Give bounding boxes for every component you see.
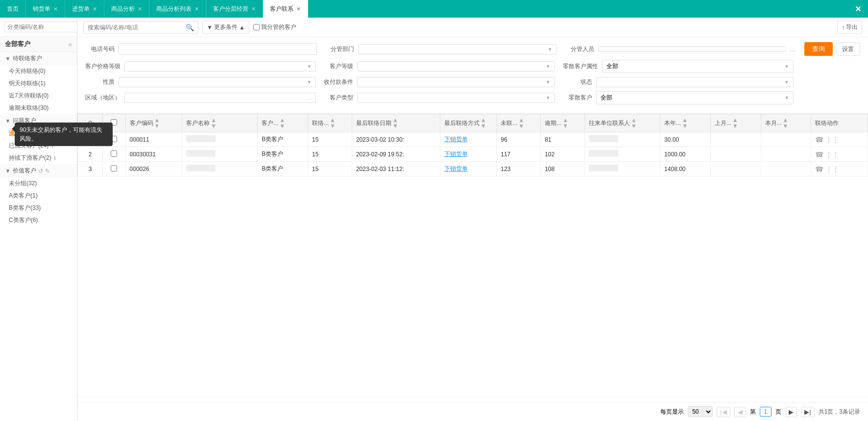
col-header-overdue[interactable]: 逾期... ▲▼: [541, 114, 585, 132]
row-month: [761, 132, 811, 147]
row-method[interactable]: 下销货单: [440, 147, 497, 162]
zero-customer-select[interactable]: 全部 ▼: [596, 91, 794, 104]
row-action[interactable]: ☎ ⋮⋮: [811, 162, 868, 176]
refresh-icon[interactable]: ↺: [38, 168, 43, 174]
sidebar-collapse-icon[interactable]: «: [68, 40, 72, 48]
dept-select[interactable]: ▼: [358, 44, 556, 54]
filter-nature: 性质 ▼: [85, 77, 316, 87]
row-method[interactable]: 下销货单: [440, 132, 497, 147]
action-more-icon[interactable]: ⋮⋮: [825, 150, 839, 158]
tab-home[interactable]: 首页: [0, 0, 26, 18]
query-button[interactable]: 查询: [804, 42, 833, 56]
edit-icon[interactable]: ✎: [45, 168, 50, 174]
tab-sales[interactable]: 销货单 ✕: [26, 0, 65, 18]
my-customers-checkbox[interactable]: [253, 24, 260, 30]
filter-dept: 分管部门 ▼: [325, 42, 556, 56]
payment-select[interactable]: ▼: [357, 77, 555, 87]
col-header-contacts[interactable]: 往来单位联系人 ▲▼: [585, 114, 660, 132]
sidebar-item-class-c[interactable]: C类客户(6): [0, 214, 77, 226]
customer-type-select[interactable]: ▼: [357, 93, 555, 103]
sidebar-group-value-title[interactable]: ▼ 价值客户 ↺ ✎: [0, 164, 77, 177]
sidebar-item-class-a[interactable]: A类客户(1): [0, 190, 77, 202]
nature-select[interactable]: ▼: [119, 77, 316, 87]
sidebar-search-input[interactable]: [4, 22, 77, 32]
search-button[interactable]: 🔍: [182, 22, 198, 33]
col-header-date[interactable]: 最后联络日期 ▲▼: [352, 114, 440, 132]
sort-arrows-contact: ▲▼: [330, 117, 336, 129]
filter-person: 分管人员 …: [565, 42, 796, 56]
prev-page-button[interactable]: ◀: [734, 407, 746, 417]
sidebar-item-declining[interactable]: 持续下滑客户(2) ℹ: [0, 152, 77, 164]
action-more-icon[interactable]: ⋮⋮: [825, 165, 839, 173]
sidebar-item-churned[interactable]: 已流失客户(24) ℹ: [0, 140, 77, 152]
row-action[interactable]: ☎ ⋮⋮: [811, 147, 868, 162]
close-tab-purchase[interactable]: ✕: [93, 6, 97, 12]
customer-level-select[interactable]: ▼: [357, 61, 555, 72]
sidebar-item-7days[interactable]: 近7天待联络(0): [0, 90, 77, 102]
close-tab-analysis[interactable]: ✕: [138, 6, 142, 12]
sidebar-item-overdue[interactable]: 逾期未联络(30): [0, 102, 77, 114]
tab-purchase[interactable]: 进货单 ✕: [65, 0, 104, 18]
col-header-month[interactable]: 本月... ▲▼: [761, 114, 811, 132]
sidebar-group-pending-title[interactable]: ▼ 待联络客户: [0, 52, 77, 65]
phone-input[interactable]: [119, 43, 317, 55]
sidebar-item-ungroup[interactable]: 未分组(32): [0, 177, 77, 190]
col-header-uncontact[interactable]: 未联... ▲▼: [497, 114, 541, 132]
tab-customer-layer[interactable]: 客户分层经营 ✕: [206, 0, 263, 18]
action-contact-icon[interactable]: ☎: [815, 150, 823, 158]
sidebar-item-class-b[interactable]: B类客户(33): [0, 202, 77, 214]
tab-analysis[interactable]: 商品分析 ✕: [104, 0, 149, 18]
my-customers-toggle[interactable]: 我分管的客户: [253, 23, 296, 31]
col-header-lastmonth[interactable]: 上月... ▲▼: [710, 114, 761, 132]
sidebar-group-problem-title[interactable]: ▼ 问题客户: [0, 114, 77, 127]
select-all-checkbox[interactable]: [111, 119, 117, 125]
first-page-button[interactable]: |◀: [717, 407, 730, 417]
region-select[interactable]: …: [124, 93, 316, 103]
sidebar-group-value: ▼ 价值客户 ↺ ✎ 未分组(32) A类客户(1) B类客户(33) C类客户…: [0, 164, 77, 226]
chevron-down-icon-zero-attr: ▼: [784, 64, 789, 69]
price-level-select[interactable]: ▼: [124, 61, 316, 72]
row-check[interactable]: [103, 162, 125, 176]
close-tab-customer-contact[interactable]: ✕: [296, 6, 301, 12]
person-select[interactable]: [598, 47, 786, 51]
row-checkbox-0[interactable]: [111, 136, 117, 142]
close-all-button[interactable]: ✕: [848, 4, 868, 14]
action-more-icon[interactable]: ⋮⋮: [825, 136, 839, 144]
col-header-method[interactable]: 最后联络方式 ▲▼: [440, 114, 497, 132]
tab-analysis-list[interactable]: 商品分析列表 ✕: [149, 0, 206, 18]
action-contact-icon[interactable]: ☎: [815, 136, 823, 144]
col-header-name[interactable]: 客户名称 ▲▼: [182, 114, 258, 132]
col-header-year[interactable]: 本年... ▲▼: [660, 114, 711, 132]
sidebar-all-customers-header[interactable]: 全部客户 «: [0, 37, 77, 52]
spacer-2: [801, 77, 860, 87]
per-page-select[interactable]: 50 100: [688, 406, 713, 417]
row-action[interactable]: ☎ ⋮⋮: [811, 132, 868, 147]
col-header-code[interactable]: 客户编码 ▲▼: [125, 114, 182, 132]
tab-customer-contact[interactable]: 客户联系 ✕: [263, 0, 308, 18]
row-checkbox-1[interactable]: [111, 150, 117, 157]
sidebar-item-today[interactable]: 今天待联络(0): [0, 65, 77, 77]
person-more-button[interactable]: …: [790, 45, 796, 53]
horizontal-scrollbar[interactable]: [77, 396, 868, 402]
search-input[interactable]: [84, 22, 182, 33]
action-contact-icon[interactable]: ☎: [815, 165, 823, 173]
row-check[interactable]: [103, 132, 125, 147]
table-settings-icon[interactable]: ⚙: [87, 119, 94, 127]
col-header-contact[interactable]: 联络... ▲▼: [308, 114, 352, 132]
last-page-button[interactable]: ▶|: [801, 407, 814, 417]
close-tab-sales[interactable]: ✕: [53, 6, 58, 12]
close-tab-customer-layer[interactable]: ✕: [251, 6, 256, 12]
sidebar-item-churn-warning[interactable]: 流失预警客户(3) ⚠: [0, 127, 77, 140]
close-tab-analysis-list[interactable]: ✕: [194, 6, 199, 12]
col-header-level[interactable]: 客户... ▲▼: [258, 114, 308, 132]
zero-attr-select[interactable]: 全部 ▼: [602, 60, 794, 73]
next-page-button[interactable]: ▶: [785, 407, 797, 417]
setting-button[interactable]: 设置: [836, 43, 860, 56]
row-method[interactable]: 下销货单: [440, 162, 497, 176]
row-checkbox-2[interactable]: [111, 165, 117, 172]
status-select[interactable]: ▼: [596, 77, 794, 87]
export-button[interactable]: ↑ 导出: [837, 21, 862, 34]
row-check[interactable]: [103, 147, 125, 162]
sidebar-item-tomorrow[interactable]: 明天待联络(1): [0, 77, 77, 90]
more-conditions-button[interactable]: ▼ 更多条件 ▲: [202, 21, 249, 34]
